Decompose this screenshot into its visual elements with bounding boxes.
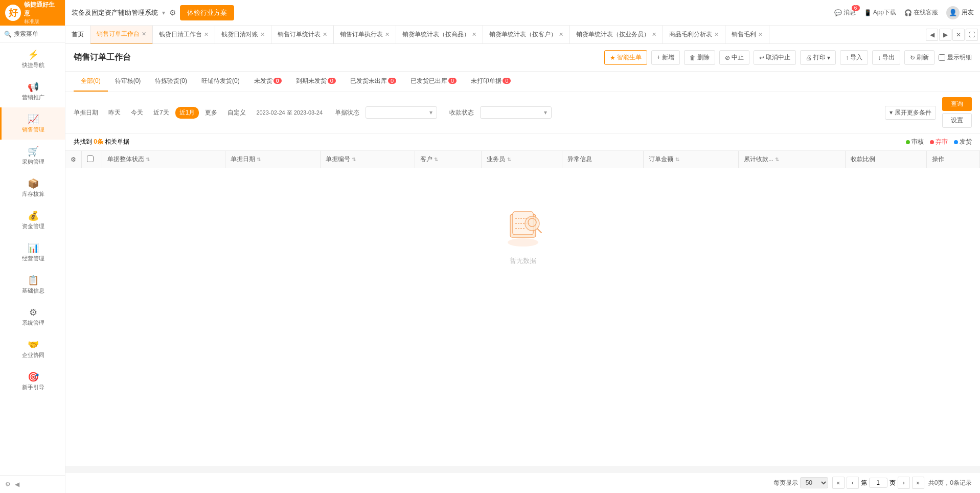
tab-customer-stat[interactable]: 销货单统计表（按客户） ✕ — [483, 26, 570, 44]
th-gear[interactable]: ⚙ — [65, 151, 82, 168]
cancel-stop-btn[interactable]: ↩ 取消中止 — [754, 50, 796, 65]
smart-create-btn[interactable]: ★ 智能生单 — [604, 50, 647, 65]
date-opt-7days[interactable]: 近7天 — [149, 107, 173, 119]
refresh-btn[interactable]: ↻ 刷新 — [904, 50, 935, 65]
cancel-review-action-btn[interactable]: 弃审 — [930, 138, 948, 146]
th-date[interactable]: 单据日期 ⇅ — [225, 151, 320, 168]
sidebar-item-inventory[interactable]: 📦 库存核算 — [0, 172, 65, 204]
tab-sales-order-close[interactable]: ✕ — [142, 31, 146, 37]
tab-home[interactable]: 首页 — [65, 26, 90, 44]
th-status[interactable]: 单据整体状态 ⇅ — [102, 151, 225, 168]
sidebar-item-marketing[interactable]: 📢 营销推广 — [0, 75, 65, 107]
tab-sales-order[interactable]: 销售订单工作台 ✕ — [90, 26, 153, 44]
search-menu[interactable]: 🔍 搜索菜单 — [0, 26, 65, 43]
sidebar-item-base-info[interactable]: 📋 基础信息 — [0, 268, 65, 301]
tab-sales-exec[interactable]: 销售订单执行表 ✕ — [334, 26, 396, 44]
filter-tab-shipped-not-out[interactable]: 已发货未出库0 — [343, 72, 403, 92]
app-download-btn[interactable]: 📱 App下载 — [864, 8, 896, 17]
tab-sales-exec-close[interactable]: ✕ — [385, 31, 390, 38]
tab-next-btn[interactable]: ▶ — [939, 29, 951, 41]
delete-btn[interactable]: 🗑 删除 — [684, 50, 715, 65]
tab-sales-profit[interactable]: 销售毛利 ✕ — [725, 26, 769, 44]
show-details-checkbox[interactable] — [939, 54, 945, 61]
import-btn[interactable]: ↑ 导入 — [840, 50, 868, 65]
th-number[interactable]: 单据编号 ⇅ — [320, 151, 415, 168]
th-anomaly[interactable]: 异常信息 — [562, 151, 644, 168]
filter-tab-pending-check[interactable]: 待拣验货(0) — [148, 72, 194, 92]
prev-page-btn[interactable]: ‹ — [847, 477, 859, 489]
sidebar-item-purchase[interactable]: 🛒 采购管理 — [0, 140, 65, 172]
sidebar-item-operations[interactable]: 📊 经营管理 — [0, 236, 65, 268]
user-menu[interactable]: 👤 用友 — [946, 6, 974, 19]
next-page-btn[interactable]: › — [898, 477, 910, 489]
tab-goods-stat-close[interactable]: ✕ — [472, 31, 476, 38]
query-btn[interactable]: 查询 — [942, 97, 972, 111]
filter-tab-expired-unshipped[interactable]: 到期未发货0 — [289, 72, 343, 92]
tab-daily-clear[interactable]: 钱货日清工作台 ✕ — [153, 26, 215, 44]
date-opt-more[interactable]: 更多 — [201, 107, 221, 119]
last-page-btn[interactable]: » — [912, 477, 924, 489]
tab-customer-stat-close[interactable]: ✕ — [559, 31, 563, 38]
message-btn[interactable]: 💬 消息 6 — [834, 8, 856, 17]
page-size-selector[interactable]: 50 10 20 100 — [800, 477, 828, 488]
table-scroll[interactable]: ⚙ 单据整体状态 ⇅ 单据日期 ⇅ — [65, 151, 980, 466]
filter-tab-unshipped[interactable]: 未发货0 — [247, 72, 289, 92]
tab-sales-stat-close[interactable]: ✕ — [323, 31, 327, 38]
date-opt-yesterday[interactable]: 昨天 — [104, 107, 125, 119]
filter-tab-shipped-out[interactable]: 已发货已出库0 — [403, 72, 464, 92]
page-number-input[interactable] — [869, 478, 887, 488]
add-btn[interactable]: + 新增 — [651, 50, 680, 65]
select-all-checkbox[interactable] — [87, 155, 94, 162]
filter-tab-unprinted[interactable]: 未打印单据0 — [464, 72, 518, 92]
print-btn[interactable]: 🖨 打印 ▾ — [800, 50, 836, 65]
date-opt-1month[interactable]: 近1月 — [175, 107, 199, 119]
experience-btn[interactable]: 体验行业方案 — [180, 5, 234, 20]
sidebar-item-quick-nav[interactable]: ⚡ 快捷导航 — [0, 43, 65, 75]
status-select[interactable]: ▾ — [366, 106, 437, 119]
sidebar-item-enterprise[interactable]: 🤝 企业协同 — [0, 333, 65, 365]
review-action-btn[interactable]: 审核 — [906, 138, 924, 146]
th-salesman[interactable]: 业务员 ⇅ — [482, 151, 562, 168]
date-opt-today[interactable]: 今天 — [127, 107, 147, 119]
tab-salesman-stat-close[interactable]: ✕ — [652, 31, 656, 38]
topbar-settings-icon[interactable]: ⚙ — [169, 8, 176, 17]
th-customer[interactable]: 客户 ⇅ — [415, 151, 482, 168]
setting-btn[interactable]: 设置 — [942, 113, 972, 128]
collapse-icon[interactable]: ◀ — [15, 481, 19, 488]
settings-bottom-icon[interactable]: ⚙ — [5, 481, 11, 488]
horizontal-scrollbar[interactable] — [65, 466, 980, 472]
th-ratio[interactable]: 收款比例 — [845, 151, 926, 168]
tab-salesman-stat[interactable]: 销货单统计表（按业务员） ✕ — [570, 26, 663, 44]
date-opt-custom[interactable]: 自定义 — [223, 107, 250, 119]
tab-reconcile-close[interactable]: ✕ — [260, 31, 265, 38]
th-cumulative[interactable]: 累计收款... ⇅ — [738, 151, 845, 168]
stop-btn[interactable]: ⊘ 中止 — [719, 50, 749, 65]
filter-tab-all[interactable]: 全部(0) — [74, 72, 108, 92]
tab-prev-btn[interactable]: ◀ — [926, 29, 938, 41]
tab-profit[interactable]: 商品毛利分析表 ✕ — [663, 26, 725, 44]
sidebar-item-sales[interactable]: 📈 销售管理 — [0, 107, 65, 140]
topbar-dropdown-arrow[interactable]: ▾ — [162, 9, 165, 16]
tab-daily-clear-close[interactable]: ✕ — [204, 31, 209, 38]
filter-tab-wangpu-ship[interactable]: 旺铺待发货(0) — [194, 72, 247, 92]
tab-profit-close[interactable]: ✕ — [714, 31, 719, 38]
payment-select[interactable]: ▾ — [480, 106, 552, 119]
expand-conditions-btn[interactable]: ▾ 展开更多条件 — [885, 106, 936, 120]
online-service-btn[interactable]: 🎧 在线客服 — [904, 8, 938, 17]
first-page-btn[interactable]: « — [832, 477, 845, 489]
export-btn[interactable]: ↓ 导出 — [872, 50, 900, 65]
filter-tab-pending-review[interactable]: 待审核(0) — [108, 72, 148, 92]
sidebar-item-guide[interactable]: 🎯 新手引导 — [0, 365, 65, 397]
show-details-toggle[interactable]: 显示明细 — [939, 53, 972, 62]
tab-sales-stat[interactable]: 销售订单统计表 ✕ — [271, 26, 334, 44]
tab-sales-profit-close[interactable]: ✕ — [758, 31, 763, 38]
th-checkbox[interactable] — [82, 151, 102, 168]
tab-goods-stat[interactable]: 销货单统计表（按商品） ✕ — [396, 26, 483, 44]
tab-fullscreen-btn[interactable]: ⛶ — [966, 29, 978, 41]
ship-action-btn[interactable]: 发货 — [954, 138, 972, 146]
sidebar-item-finance[interactable]: 💰 资金管理 — [0, 204, 65, 236]
tab-reconcile[interactable]: 钱货日清对账 ✕ — [215, 26, 271, 44]
th-amount[interactable]: 订单金额 ⇅ — [644, 151, 739, 168]
sidebar-item-system[interactable]: ⚙ 系统管理 — [0, 301, 65, 333]
tab-close-all-btn[interactable]: ✕ — [952, 29, 965, 41]
